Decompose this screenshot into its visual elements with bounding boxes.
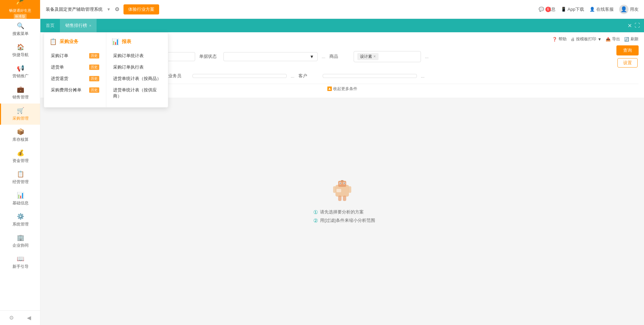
topbar-title: 装备及固定资产辅助管理系统 xyxy=(46,6,103,12)
sidebar-item-inventory[interactable]: 📦 库存核算 xyxy=(0,125,40,146)
help-label: 帮助 xyxy=(559,36,567,42)
purchase-order-exec-item[interactable]: 采购订单执行表 xyxy=(112,62,163,73)
tabbar-spacer xyxy=(97,19,623,32)
user-btn[interactable]: 👤 用友 xyxy=(619,5,639,14)
customer-dots[interactable]: ... xyxy=(421,74,425,79)
salesperson-dots[interactable]: ... xyxy=(291,74,294,79)
purchase-expense-history: 历史 xyxy=(89,87,99,93)
set-button[interactable]: 设置 xyxy=(617,58,638,68)
product-dots[interactable]: ... xyxy=(425,54,429,59)
salesperson-select[interactable] xyxy=(192,74,287,78)
empty-hint-2: ② 用[过滤]条件来缩小分析范围 xyxy=(313,217,375,224)
sidebar-item-label: 销售管理 xyxy=(12,94,29,100)
return-goods-history: 历史 xyxy=(89,76,99,81)
sidebar-item-capital[interactable]: 💰 资金管理 xyxy=(0,146,40,167)
briefcase-icon: 💼 xyxy=(17,86,24,93)
megaphone-icon: 📢 xyxy=(17,65,24,72)
logo-name: 畅捷通好生意 xyxy=(9,8,31,13)
phone-icon: 📱 xyxy=(561,7,566,12)
incoming-order-label: 进货单 xyxy=(51,64,64,70)
print-dropdown-icon: ▼ xyxy=(598,37,602,42)
chart-icon: 📊 xyxy=(17,192,24,199)
sidebar-item-label: 采购管理 xyxy=(12,116,29,121)
customer-select[interactable] xyxy=(323,74,417,78)
collapse-sidebar-button[interactable]: ◀ xyxy=(27,315,31,321)
export-btn[interactable]: 📤 导出 xyxy=(606,36,620,42)
status-dropdown-icon: ▼ xyxy=(310,54,314,59)
topbar-dropdown-icon[interactable]: ▼ xyxy=(107,7,111,12)
print-label: 按模板打印 xyxy=(576,36,596,42)
building-icon: 🏢 xyxy=(17,234,24,241)
action-buttons: 查询 设置 xyxy=(616,45,639,68)
tab-expand-icon[interactable]: ⛶ xyxy=(635,23,640,29)
help-btn[interactable]: ❓ 帮助 xyxy=(552,36,567,42)
topbar: 装备及固定资产辅助管理系统 ▼ ⚙ 体验行业方案 💬 6 消息 📱 App下载 … xyxy=(40,0,644,19)
incoming-stat-product-item[interactable]: 进货单统计表（按商品） xyxy=(112,73,163,84)
sidebar-item-label: 搜索菜单 xyxy=(12,31,29,37)
svg-rect-7 xyxy=(333,186,336,193)
sidebar-item-basic-info[interactable]: 📊 基础信息 xyxy=(0,188,40,209)
sidebar-item-purchase[interactable]: 🛒 采购管理 xyxy=(0,104,40,125)
incoming-stat-product-label: 进货单统计表（按商品） xyxy=(113,76,161,82)
service-label: 在线客服 xyxy=(596,6,614,12)
box-icon: 📦 xyxy=(17,128,24,135)
svg-rect-8 xyxy=(349,186,351,193)
reports-header-icon: 📊 xyxy=(112,38,119,45)
purchase-order-stat-item[interactable]: 采购订单统计表 xyxy=(112,50,163,62)
topbar-gear-icon[interactable]: ⚙ xyxy=(115,6,119,12)
settings-button[interactable]: ⚙ xyxy=(9,315,14,321)
sidebar-item-system[interactable]: ⚙️ 系统管理 xyxy=(0,209,40,231)
incoming-order-item[interactable]: 进货单 历史 xyxy=(49,62,101,73)
tab-close-icon[interactable]: × xyxy=(89,24,91,28)
tab-home[interactable]: 首页 xyxy=(40,19,60,32)
app-download-btn[interactable]: 📱 App下载 xyxy=(561,6,584,12)
money-icon: 💰 xyxy=(17,149,24,157)
status-select[interactable]: ▼ xyxy=(223,52,318,61)
sidebar-item-enterprise[interactable]: 🏢 企业协同 xyxy=(0,231,40,252)
purchase-order-stat-label: 采购订单统计表 xyxy=(113,53,144,59)
messages-btn[interactable]: 💬 6 消息 xyxy=(539,6,556,12)
collapse-icon: 🔼 xyxy=(327,86,332,91)
sidebar-item-label: 库存核算 xyxy=(12,137,29,143)
sidebar-item-operation[interactable]: 📋 经营管理 xyxy=(0,167,40,188)
dropdown-col-purchase: 📋 采购业务 采购订单 历史 进货单 历史 进货退货 历史 采购费用分摊单 历史 xyxy=(44,33,106,107)
svg-rect-9 xyxy=(338,196,342,201)
return-goods-item[interactable]: 进货退货 历史 xyxy=(49,73,101,84)
product-label: 商品 xyxy=(329,53,350,59)
online-service-btn[interactable]: 👤 在线客服 xyxy=(589,6,614,12)
hint2-icon: ② xyxy=(313,217,318,224)
tab-close-window-icon[interactable]: ✕ xyxy=(628,23,632,29)
refresh-btn[interactable]: 🔄 刷新 xyxy=(624,36,639,42)
search-icon: 🔍 xyxy=(17,22,24,30)
purchase-order-item[interactable]: 采购订单 历史 xyxy=(49,50,101,62)
clipboard-icon: 📋 xyxy=(17,170,24,178)
sidebar-item-label: 快捷导航 xyxy=(12,52,29,58)
reports-header-label: 报表 xyxy=(122,39,131,45)
status-dots[interactable]: ... xyxy=(322,54,325,59)
query-button[interactable]: 查询 xyxy=(616,45,639,55)
dropdown-col-reports: 📊 报表 采购订单统计表 采购订单执行表 进货单统计表（按商品） 进货单统计表（… xyxy=(106,33,168,107)
tab-sales-rank[interactable]: 销售排行榜 × xyxy=(60,19,97,32)
logo-icon: 🍊 xyxy=(15,0,25,7)
hint2-text: 用[过滤]条件来缩小分析范围 xyxy=(320,217,375,224)
product-input[interactable]: 设计素 × xyxy=(354,51,421,62)
industry-btn[interactable]: 体验行业方案 xyxy=(123,4,159,14)
tabbar-right: ✕ ⛶ xyxy=(623,19,644,32)
incoming-order-history: 历史 xyxy=(89,65,99,70)
purchase-expense-item[interactable]: 采购费用分摊单 历史 xyxy=(49,84,101,96)
sidebar-item-quick-nav[interactable]: 🏠 快捷导航 xyxy=(0,40,40,61)
sidebar-item-guide[interactable]: 📖 新手引导 xyxy=(0,252,40,273)
return-goods-label: 进货退货 xyxy=(51,76,68,82)
incoming-stat-supplier-item[interactable]: 进货单统计表（按供应商） xyxy=(112,84,163,102)
purchase-header-label: 采购业务 xyxy=(60,39,78,45)
sidebar-item-search[interactable]: 🔍 搜索菜单 xyxy=(0,19,40,40)
sidebar-item-label: 新手引导 xyxy=(12,264,29,270)
app-label: App下载 xyxy=(568,6,584,12)
product-tag-close[interactable]: × xyxy=(373,54,376,59)
print-btn[interactable]: 🖨 按模板打印 ▼ xyxy=(571,36,602,42)
sidebar-item-marketing[interactable]: 📢 营销推广 xyxy=(0,61,40,82)
avatar: 👤 xyxy=(619,5,629,14)
sidebar-item-sales[interactable]: 💼 销售管理 xyxy=(0,82,40,104)
logo-badge: 标准版 xyxy=(14,14,27,19)
svg-rect-11 xyxy=(336,189,341,192)
